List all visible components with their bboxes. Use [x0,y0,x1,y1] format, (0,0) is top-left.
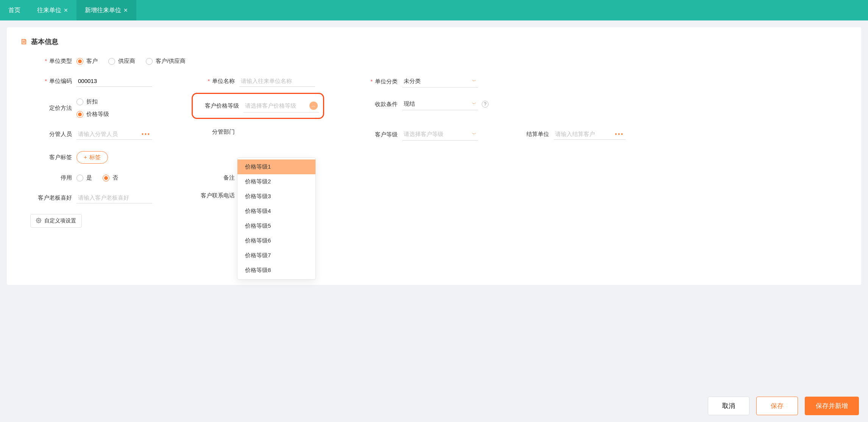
boss-pref-input[interactable] [76,192,152,203]
settle-unit-field[interactable] [555,131,612,137]
tab-home-label: 首页 [8,6,20,14]
radio-price-level[interactable]: 价格等级 [76,111,109,118]
custom-setting-button[interactable]: 自定义项设置 [30,214,82,228]
radio-no-label: 否 [112,174,118,181]
mgr-person-field[interactable] [78,131,139,137]
radio-supplier-label: 供应商 [118,58,135,65]
radio-customer[interactable]: 客户 [76,58,98,65]
radio-discount-label: 折扣 [86,98,98,105]
radio-disabled-no[interactable]: 否 [103,174,118,181]
gear-icon [36,218,41,224]
dropdown-item[interactable]: 价格等级7 [237,248,315,263]
dropdown-item[interactable]: 价格等级1 [237,159,315,174]
unit-name-input[interactable] [239,75,315,87]
custom-setting-label: 自定义项设置 [44,217,76,224]
label-mgr-dept: 分管部门 [193,128,235,136]
label-cust-tag: 客户标签 [30,154,72,161]
highlight-price-level-box: 客户价格等级 请选择客户价格等级 ︿ [192,93,324,119]
chevron-down-icon: ﹀ [472,131,476,138]
label-cust-level: 客户等级 [356,131,398,138]
tab-home[interactable]: 首页 [0,0,29,20]
close-icon[interactable]: ✕ [64,7,68,13]
more-icon[interactable]: ••• [612,131,624,137]
section-icon [20,38,27,45]
label-unit-code: 单位编码 [30,78,72,85]
label-settle-unit: 结算单位 [519,131,549,138]
radio-customer-label: 客户 [86,58,98,65]
label-pricing-method: 定价方法 [30,105,72,112]
cust-price-level-placeholder: 请选择客户价格等级 [245,102,309,109]
price-level-dropdown: 价格等级1 价格等级2 价格等级3 价格等级4 价格等级5 价格等级6 价格等级… [237,158,316,280]
radio-price-level-label: 价格等级 [86,111,109,118]
label-mgr-person: 分管人员 [30,131,72,138]
tab-add-contact-label: 新增往来单位 [85,6,121,14]
tab-bar: 首页 往来单位 ✕ 新增往来单位 ✕ [0,0,868,20]
radio-supplier[interactable]: 供应商 [108,58,135,65]
radio-discount[interactable]: 折扣 [76,98,98,105]
unit-category-select[interactable]: 未分类 ﹀ [402,75,478,88]
receive-condition-select[interactable]: 现结 ﹀ [402,98,478,110]
radio-disabled-yes[interactable]: 是 [76,174,92,181]
tab-contacts-label: 往来单位 [37,6,61,14]
form-card: 基本信息 单位类型 客户 供应商 客户/供应商 单位编码 单位名称 [7,27,861,285]
cust-price-level-select[interactable]: 请选择客户价格等级 ︿ [244,99,319,113]
dropdown-item[interactable]: 价格等级3 [237,189,315,204]
radio-both-label: 客户/供应商 [156,58,186,65]
radio-both[interactable]: 客户/供应商 [146,58,186,65]
radio-yes-label: 是 [86,174,92,181]
label-unit-name: 单位名称 [193,78,235,85]
plus-icon: + [84,154,87,161]
chevron-down-icon: ﹀ [472,101,476,107]
label-receive-condition: 收款条件 [356,101,398,108]
section-title: 基本信息 [31,37,58,46]
dropdown-item[interactable]: 价格等级5 [237,219,315,233]
help-icon[interactable]: ? [482,101,489,108]
svg-point-0 [38,220,39,221]
tag-button-label: 标签 [89,154,101,161]
cust-level-placeholder: 请选择客户等级 [404,131,472,138]
unit-category-value: 未分类 [404,78,472,85]
label-remark: 备注 [193,174,235,181]
disabled-radios: 是 否 [76,174,118,181]
label-boss-pref: 客户老板喜好 [30,194,72,202]
cust-level-select[interactable]: 请选择客户等级 ﹀ [402,128,478,141]
receive-condition-value: 现结 [404,100,472,108]
chevron-up-icon: ︿ [309,102,318,110]
dropdown-item[interactable]: 价格等级8 [237,263,315,278]
settle-unit-input[interactable]: ••• [554,128,626,140]
more-icon[interactable]: ••• [139,131,151,137]
dropdown-item[interactable]: 价格等级2 [237,174,315,189]
label-disabled: 停用 [30,174,72,181]
label-cust-price-level: 客户价格等级 [194,102,239,109]
tab-add-contact[interactable]: 新增往来单位 ✕ [76,0,136,20]
add-tag-button[interactable]: + 标签 [76,151,108,164]
label-cust-phone: 客户联系电话 [193,192,235,199]
dropdown-item[interactable]: 价格等级6 [237,233,315,248]
section-header: 基本信息 [20,37,848,46]
unit-type-radios: 客户 供应商 客户/供应商 [76,58,186,65]
chevron-down-icon: ﹀ [472,78,476,84]
mgr-person-input[interactable]: ••• [76,128,152,140]
close-icon[interactable]: ✕ [123,7,128,13]
pricing-method-radios: 折扣 价格等级 [76,98,109,118]
label-unit-category: 单位分类 [356,78,398,85]
unit-code-input[interactable] [76,75,152,87]
label-unit-type: 单位类型 [30,58,72,65]
tab-contacts[interactable]: 往来单位 ✕ [29,0,76,20]
dropdown-item[interactable]: 价格等级4 [237,204,315,219]
